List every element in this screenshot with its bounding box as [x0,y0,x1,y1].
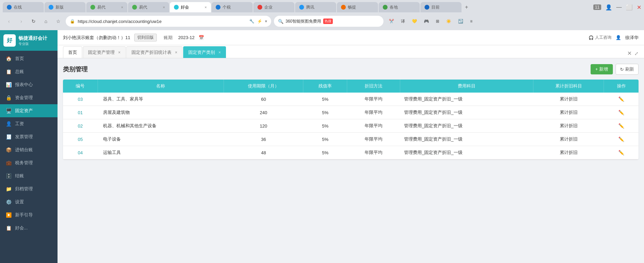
tax-icon: 💼 [5,160,12,166]
browser-tab-4[interactable]: 好会 × [170,2,211,12]
reload-button[interactable]: ↻ [29,16,38,26]
site-info-icon[interactable]: 🔧 [249,19,254,24]
home-button[interactable]: ⌂ [41,16,51,26]
close-window-button[interactable]: ✕ [637,4,641,11]
browser-tab-8[interactable]: 畅提 [337,2,378,12]
col-method: 折旧方法 [347,80,400,93]
sidebar-item-reports[interactable]: 📊 报表中心 [0,78,58,91]
minimize-button[interactable]: — [616,4,622,10]
browser-tab-9[interactable]: 各地 [379,2,420,12]
profile-icon[interactable]: 👤 [605,4,612,11]
cell-rate-1: 5% [303,106,347,119]
browser-tab-5[interactable]: 个税 [212,2,253,12]
bookmark-button[interactable]: ☆ [53,16,63,26]
url-bar[interactable]: 🔒 https://cloud.chanjet.com/accounting/u… [66,16,271,27]
ledger-icon: 📋 [5,69,12,75]
sidebar-item-payroll[interactable]: 👤 工资 [0,117,58,130]
browser-tab-2[interactable]: 易代 × [86,2,127,12]
sidebar-item-funds[interactable]: 🔒 资金管理 [0,91,58,104]
sidebar-item-settings[interactable]: ⚙️ 设置 [0,195,58,208]
translate-tool[interactable]: 译 [398,17,408,26]
game-tool[interactable]: 🎮 [421,17,432,25]
funds-icon: 🔒 [5,95,12,101]
browser-tab-6[interactable]: 企业 [253,2,294,12]
sidebar-item-archive[interactable]: 📁 归档管理 [0,182,58,195]
sidebar-item-invoices[interactable]: 🧾 发票管理 [0,130,58,143]
search-bar[interactable]: 🔍 360智能抠图免费用 热搜 [274,16,383,27]
sidebar-item-guide[interactable]: ▶️ 新手引导 [0,208,58,222]
lightning-icon[interactable]: ⚡ [257,19,262,24]
maximize-button[interactable]: ⬜ [626,4,633,11]
tab-fixed-asset-mgmt-close[interactable]: × [118,50,121,55]
service-label: 人工咨询 [595,35,611,40]
tab-label-5: 个税 [223,4,249,10]
switch-version-button[interactable]: 切到旧版 [134,34,157,41]
tab-depreciation-report[interactable]: 固定资产折旧统计表 × [126,46,182,58]
sidebar-item-home[interactable]: 🏠 首页 [0,52,58,65]
scissors-tool[interactable]: ✂️ [386,17,397,25]
browser-tab-7[interactable]: 腾讯 [295,2,336,12]
headset-icon: 🎧 [589,35,594,40]
forward-button[interactable]: › [16,16,26,26]
browser-tab-0[interactable]: 在线 [3,2,44,12]
new-tab-button[interactable]: + [462,2,471,12]
sidebar-item-settings-label: 设置 [15,199,24,205]
cell-subject-3: 管理费用_固定资产折旧_一级 [400,133,533,146]
wallet-tool[interactable]: 💛 [409,17,420,25]
tab-asset-categories-close[interactable]: × [218,50,221,55]
sidebar-item-inventory[interactable]: 📦 进销台账 [0,143,58,156]
sidebar: 好 畅捷通好会计 专业版 🏠 首页 📋 总账 📊 报表中心 🔒 资金管理 [0,30,58,263]
sidebar-item-ledger[interactable]: 📋 总账 [0,65,58,78]
tab-depreciation-report-label: 固定资产折旧统计表 [131,49,172,56]
cell-code-1: 01 [63,106,98,119]
sidebar-item-closing[interactable]: 🗄️ 结账 [0,169,58,182]
sidebar-item-closing-label: 结账 [15,173,24,179]
calendar-icon[interactable]: 📅 [199,35,204,40]
tab-close-2[interactable]: × [121,5,123,9]
refresh-button[interactable]: ↻ 刷新 [616,64,639,75]
sidebar-item-home-label: 首页 [15,56,24,62]
sidebar-item-misc[interactable]: 📋 好会... [0,222,58,235]
grid-tool[interactable]: ⊞ [433,17,442,25]
cell-period-2: 120 [224,119,303,133]
sidebar-item-tax[interactable]: 💼 税务管理 [0,156,58,169]
sidebar-item-archive-label: 归档管理 [15,186,33,192]
browser-tab-10[interactable]: 目前 [420,2,462,12]
add-button[interactable]: + 新增 [591,64,613,74]
panel-close-icon[interactable]: ✕ [627,50,632,57]
tab-close-3[interactable]: × [163,5,165,9]
tab-depreciation-report-close[interactable]: × [175,50,177,55]
refresh-label: 刷新 [625,66,634,72]
browser-tab-3[interactable]: 易代 × [128,2,169,12]
cell-name-0: 器具、工具、家具等 [98,93,224,106]
browser-tab-1[interactable]: 新版 [45,2,86,12]
tab-close-4[interactable]: × [205,5,207,9]
sidebar-item-reports-label: 报表中心 [15,82,33,88]
tab-home[interactable]: 首页 [63,46,82,58]
panel-expand-icon[interactable]: ⤢ [634,51,639,56]
undo-tool[interactable]: ↩️ [455,17,466,25]
back-button[interactable]: ‹ [4,16,14,26]
menu-tool[interactable]: ≡ [467,17,475,25]
service-button[interactable]: 🎧 人工咨询 [589,35,611,40]
edit-button-2[interactable]: ✏️ [618,123,624,129]
cell-method-2: 年限平均 [347,119,400,133]
edit-button-3[interactable]: ✏️ [618,136,624,142]
sidebar-item-fixed-assets[interactable]: 🖥️ 固定资产 [0,104,58,117]
cell-name-2: 机器、机械和其他生产设备 [98,119,224,133]
col-action: 操作 [604,80,639,93]
tab-fixed-asset-mgmt[interactable]: 固定资产管理 × [83,46,126,58]
misc-icon: 📋 [5,225,12,231]
tab-label-0: 在线 [14,4,40,10]
cell-period-0: 60 [224,93,303,106]
cell-code-0: 03 [63,93,98,106]
cell-action-1: ✏️ [604,106,639,119]
edit-button-0[interactable]: ✏️ [618,96,624,102]
brightness-tool[interactable]: ☀️ [443,17,454,25]
dropdown-icon[interactable]: ▾ [265,19,267,24]
table-row: 01 房屋及建筑物 240 5% 年限平均 管理费用_固定资产折旧_一级 累计折… [63,106,639,119]
tab-asset-categories[interactable]: 固定资产类别 × [183,46,226,58]
edit-button-4[interactable]: ✏️ [618,150,624,155]
edit-button-1[interactable]: ✏️ [618,110,624,115]
tab-asset-categories-label: 固定资产类别 [188,49,215,56]
